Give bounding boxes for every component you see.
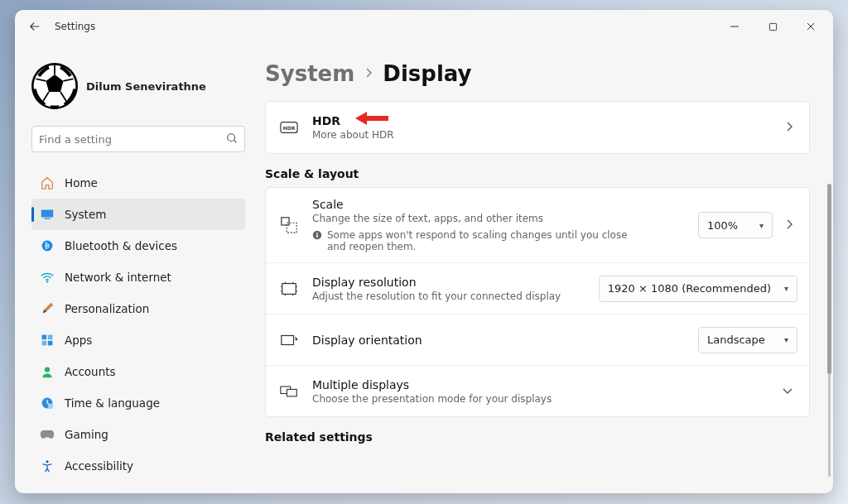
chevron-right-icon[interactable] <box>781 219 797 232</box>
info-icon <box>312 230 322 242</box>
orientation-row[interactable]: Display orientation Landscape ▾ <box>266 314 809 365</box>
svg-rect-24 <box>282 283 296 294</box>
scale-subtitle: Change the size of text, apps, and other… <box>312 213 698 224</box>
sidebar-item-label: Network & internet <box>65 271 171 284</box>
annotation-arrow-icon <box>355 110 388 127</box>
resolution-icon <box>277 280 301 298</box>
svg-rect-12 <box>48 341 53 346</box>
svg-rect-5 <box>41 210 53 218</box>
chevron-right-icon <box>781 122 797 134</box>
sidebar-item-gaming[interactable]: Gaming <box>31 419 245 450</box>
breadcrumb: System Display <box>265 53 810 101</box>
sidebar-item-label: Gaming <box>65 428 108 441</box>
svg-rect-25 <box>282 335 294 344</box>
svg-rect-11 <box>42 341 47 346</box>
svg-point-8 <box>46 281 48 282</box>
svg-rect-19 <box>282 218 289 225</box>
search-icon <box>226 132 238 147</box>
soccer-ball-icon <box>31 63 78 109</box>
svg-rect-0 <box>769 23 776 30</box>
svg-point-13 <box>45 367 50 372</box>
scrollbar-thumb[interactable] <box>827 184 831 374</box>
sidebar-item-system[interactable]: System <box>31 199 245 230</box>
window-controls <box>716 10 830 43</box>
hdr-subtitle: More about HDR <box>312 129 781 141</box>
chevron-right-icon <box>364 67 373 80</box>
back-button[interactable] <box>18 10 51 43</box>
sidebar-item-label: Home <box>65 176 98 190</box>
svg-rect-20 <box>287 223 296 233</box>
orientation-icon <box>277 332 301 348</box>
sidebar-item-label: Personalization <box>65 302 149 315</box>
svg-point-16 <box>46 460 48 463</box>
wifi-icon <box>40 270 55 285</box>
accounts-icon <box>40 365 55 378</box>
orientation-select[interactable]: Landscape ▾ <box>698 327 797 353</box>
breadcrumb-current: Display <box>383 61 471 86</box>
sidebar-item-label: Accessibility <box>65 459 133 473</box>
chevron-down-icon: ▾ <box>784 335 788 344</box>
chevron-down-icon: ▾ <box>759 221 764 230</box>
multi-title: Multiple displays <box>312 378 778 391</box>
sidebar-item-apps[interactable]: Apps <box>31 324 245 356</box>
sidebar-item-label: Time & language <box>65 396 160 410</box>
sidebar: Dilum Senevirathne Home <box>15 43 257 493</box>
orientation-value: Landscape <box>707 334 765 346</box>
svg-point-4 <box>228 133 235 141</box>
search-row[interactable] <box>31 126 245 152</box>
resolution-select[interactable]: 1920 × 1080 (Recommended) ▾ <box>599 276 797 302</box>
clock-icon <box>40 396 55 410</box>
minimize-button[interactable] <box>716 10 754 43</box>
scale-icon <box>277 216 301 234</box>
system-icon <box>40 207 55 222</box>
sidebar-item-time[interactable]: Time & language <box>31 387 245 419</box>
sidebar-item-bluetooth[interactable]: Bluetooth & devices <box>31 230 245 262</box>
multiple-displays-row[interactable]: Multiple displays Choose the presentatio… <box>266 365 809 416</box>
apps-icon <box>40 334 55 347</box>
svg-rect-23 <box>316 233 318 234</box>
svg-rect-22 <box>316 234 318 238</box>
multiple-displays-icon <box>277 384 301 399</box>
scale-select[interactable]: 100% ▾ <box>698 212 773 238</box>
resolution-title: Display resolution <box>312 276 599 289</box>
resolution-row[interactable]: Display resolution Adjust the resolution… <box>266 262 809 314</box>
close-button[interactable] <box>792 10 830 43</box>
scale-value: 100% <box>707 219 738 232</box>
sidebar-item-accounts[interactable]: Accounts <box>31 356 245 387</box>
resolution-subtitle: Adjust the resolution to fit your connec… <box>312 290 599 302</box>
profile[interactable]: Dilum Senevirathne <box>31 43 245 122</box>
brush-icon <box>40 301 55 316</box>
accessibility-icon <box>40 459 55 473</box>
main-content: System Display HDR HDR More about HDR <box>257 43 833 493</box>
search-input[interactable] <box>39 133 226 146</box>
resolution-value: 1920 × 1080 (Recommended) <box>608 282 771 295</box>
svg-point-15 <box>48 404 53 409</box>
maximize-button[interactable] <box>754 10 792 43</box>
hdr-icon: HDR <box>277 121 301 134</box>
svg-text:HDR: HDR <box>283 125 296 131</box>
svg-rect-27 <box>287 389 296 396</box>
sidebar-item-label: Apps <box>65 334 92 347</box>
chevron-down-icon: ▾ <box>784 284 788 293</box>
titlebar: Settings <box>15 10 833 43</box>
chevron-down-icon[interactable] <box>778 386 797 397</box>
sidebar-item-home[interactable]: Home <box>31 167 245 199</box>
gaming-icon <box>40 429 55 440</box>
scale-layout-card: Scale Change the size of text, apps, and… <box>265 187 810 417</box>
sidebar-item-label: Accounts <box>65 365 116 378</box>
sidebar-item-accessibility[interactable]: Accessibility <box>31 450 245 482</box>
avatar <box>31 63 78 109</box>
hdr-card[interactable]: HDR HDR More about HDR <box>265 101 810 154</box>
home-icon <box>40 175 55 190</box>
sidebar-item-network[interactable]: Network & internet <box>31 262 245 293</box>
svg-rect-9 <box>42 335 47 340</box>
breadcrumb-parent[interactable]: System <box>265 61 354 86</box>
nav: Home System Bluetooth & devices <box>31 167 245 482</box>
scale-row[interactable]: Scale Change the size of text, apps, and… <box>266 188 809 262</box>
sidebar-item-label: Bluetooth & devices <box>65 239 177 252</box>
scale-note: Some apps won't respond to scaling chang… <box>327 229 642 252</box>
window-title: Settings <box>55 21 95 32</box>
section-related: Related settings <box>265 430 810 444</box>
sidebar-item-personalization[interactable]: Personalization <box>31 293 245 324</box>
svg-rect-6 <box>44 218 50 219</box>
